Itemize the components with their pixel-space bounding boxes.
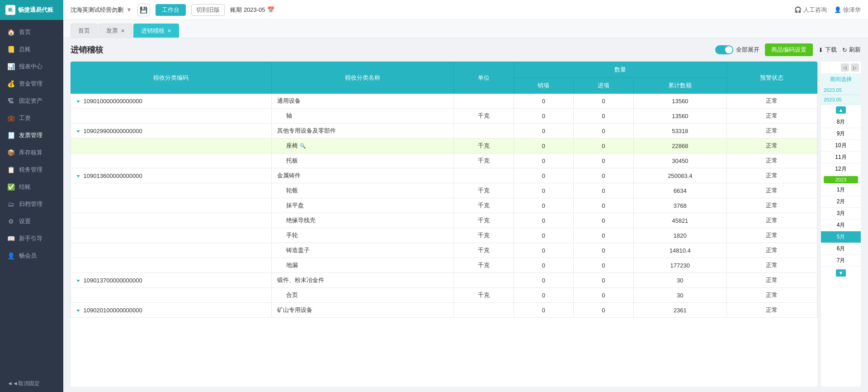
- user-menu[interactable]: 👤 徐泽华: [834, 6, 861, 14]
- tab-reconcile-close[interactable]: ✕: [167, 28, 171, 34]
- sidebar-item-invoice[interactable]: 🧾 发票管理: [0, 127, 63, 144]
- expand-icon-12[interactable]: [76, 280, 80, 282]
- row-warning-4: 正常: [726, 153, 817, 168]
- row-purchase-4: 0: [574, 153, 634, 168]
- expand-icon-2[interactable]: [76, 130, 80, 133]
- panel-collapse-button[interactable]: ◁: [841, 63, 849, 72]
- product-code-button[interactable]: 商品编码设置: [765, 43, 813, 56]
- month-5-active[interactable]: 5月: [821, 231, 861, 243]
- sidebar-footer-pin[interactable]: ◄◄取消固定: [0, 375, 63, 392]
- period-year-item-2[interactable]: 2023.05: [821, 95, 861, 105]
- row-name-9: 手轮: [271, 228, 453, 243]
- calendar-icon[interactable]: 📅: [267, 6, 274, 13]
- month-6[interactable]: 6月: [821, 243, 861, 255]
- row-code-0: 109010000000000000: [71, 94, 272, 109]
- col-warning: 预警状态: [726, 62, 817, 94]
- service-button[interactable]: 🎧 人工咨询: [794, 6, 827, 14]
- tab-invoice[interactable]: 发票 ✕: [99, 24, 132, 38]
- row-warning-5: 正常: [726, 168, 817, 183]
- row-code-4: [71, 153, 272, 168]
- sidebar-item-member[interactable]: 👤 畅会员: [0, 247, 63, 264]
- sidebar-item-tax[interactable]: 📋 税务管理: [0, 161, 63, 178]
- expand-icon-5[interactable]: [76, 175, 80, 177]
- month-3[interactable]: 3月: [821, 208, 861, 220]
- sidebar-item-ledger[interactable]: 📒 总账: [0, 41, 63, 58]
- month-1[interactable]: 1月: [821, 184, 861, 196]
- row-cumulative-1: 13560: [633, 109, 726, 124]
- period-up-button[interactable]: ▲: [836, 106, 846, 114]
- sidebar-item-funds[interactable]: 💰 资金管理: [0, 75, 63, 92]
- workbench-button[interactable]: 工作台: [156, 4, 186, 16]
- search-icon-3[interactable]: 🔍: [300, 143, 306, 148]
- row-sales-12: 0: [514, 273, 574, 288]
- row-code-6: [71, 183, 272, 198]
- row-purchase-6: 0: [574, 183, 634, 198]
- col-tax-name: 税收分类名称: [271, 62, 453, 94]
- row-cumulative-11: 177230: [633, 258, 726, 273]
- period-down-button[interactable]: ▼: [836, 269, 846, 277]
- row-name-8: 绝缘导线壳: [271, 213, 453, 228]
- row-sales-6: 0: [514, 183, 574, 198]
- tab-home[interactable]: 首页: [71, 24, 98, 38]
- page-actions: 全部展开 商品编码设置 ⬇ 下载 ↻ 刷新: [715, 43, 861, 56]
- sidebar-label-tax: 税务管理: [19, 166, 42, 174]
- row-code-11: [71, 258, 272, 273]
- logo-text: 畅捷通易代账: [18, 6, 53, 14]
- download-label: 下载: [825, 46, 837, 54]
- sidebar-item-reports[interactable]: 📊 报表中心: [0, 58, 63, 75]
- sidebar-item-settlement[interactable]: ✅ 结账: [0, 178, 63, 196]
- row-cumulative-5: 250083.4: [633, 168, 726, 183]
- row-warning-3: 正常: [726, 139, 817, 153]
- reports-icon: 📊: [7, 63, 14, 70]
- sidebar-item-guide[interactable]: 📖 新手引导: [0, 230, 63, 247]
- refresh-button[interactable]: ↻ 刷新: [842, 46, 861, 54]
- month-11[interactable]: 11月: [821, 152, 861, 163]
- panel-expand-button[interactable]: ▷: [851, 63, 859, 72]
- sidebar-item-assets[interactable]: 🏗 固定资产: [0, 92, 63, 110]
- company-selector[interactable]: 沈海英测试经营勿删 ▼: [71, 6, 132, 14]
- tab-invoice-label: 发票: [106, 27, 118, 35]
- col-sales: 销项: [514, 78, 574, 94]
- sidebar-label-ledger: 总账: [19, 45, 31, 53]
- row-cumulative-6: 6634: [633, 183, 726, 198]
- home-icon: 🏠: [7, 29, 14, 36]
- month-4[interactable]: 4月: [821, 220, 861, 231]
- row-purchase-14: 0: [574, 303, 634, 318]
- row-warning-8: 正常: [726, 213, 817, 228]
- period-year-item-1[interactable]: 2023.05: [821, 86, 861, 95]
- switch-label: 切到旧版: [196, 6, 220, 13]
- tab-reconcile[interactable]: 进销稽核 ✕: [133, 24, 179, 38]
- row-unit-14: [453, 303, 514, 318]
- sidebar-item-archive[interactable]: 🗂 归档管理: [0, 196, 63, 213]
- row-code-2: 109029900000000000: [71, 124, 272, 139]
- row-purchase-5: 0: [574, 168, 634, 183]
- sidebar-item-settings[interactable]: ⚙ 设置: [0, 213, 63, 230]
- sidebar-item-salary[interactable]: 💼 工资: [0, 110, 63, 127]
- month-10[interactable]: 10月: [821, 140, 861, 152]
- sidebar-item-inventory[interactable]: 📦 库存核算: [0, 144, 63, 161]
- sidebar-nav: 🏠 首页 📒 总账 📊 报表中心 💰 资金管理 🏗 固定资产 💼 工资 🧾 发票…: [0, 20, 63, 375]
- funds-icon: 💰: [7, 80, 14, 87]
- month-7[interactable]: 7月: [821, 255, 861, 267]
- row-sales-1: 0: [514, 109, 574, 124]
- inventory-icon: 📦: [7, 149, 14, 156]
- tab-invoice-close[interactable]: ✕: [121, 28, 125, 34]
- month-8[interactable]: 8月: [821, 116, 861, 128]
- switch-version-button[interactable]: 切到旧版: [191, 4, 225, 16]
- period-nav-arrows: ▲: [821, 105, 861, 115]
- tax-icon: 📋: [7, 166, 14, 173]
- month-9[interactable]: 9月: [821, 128, 861, 140]
- row-sales-13: 0: [514, 288, 574, 303]
- month-2[interactable]: 2月: [821, 196, 861, 208]
- sidebar-item-home[interactable]: 🏠 首页: [0, 24, 63, 41]
- expand-icon-14[interactable]: [76, 310, 80, 312]
- expand-icon-0[interactable]: [76, 100, 80, 103]
- expand-toggle[interactable]: [715, 45, 733, 54]
- row-purchase-1: 0: [574, 109, 634, 124]
- month-12[interactable]: 12月: [821, 163, 861, 175]
- row-purchase-9: 0: [574, 228, 634, 243]
- download-button[interactable]: ⬇ 下载: [818, 46, 837, 54]
- row-name-6: 轮毂: [271, 183, 453, 198]
- row-warning-13: 正常: [726, 288, 817, 303]
- save-button[interactable]: 💾: [137, 4, 150, 16]
